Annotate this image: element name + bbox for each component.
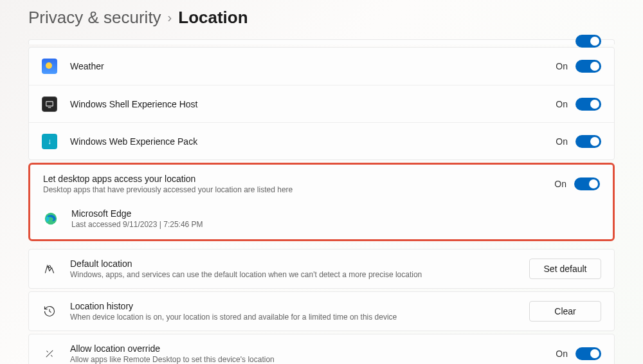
app-name: Weather: [70, 61, 556, 71]
app-row-shell[interactable]: Windows Shell Experience Host On: [29, 85, 614, 122]
set-default-button[interactable]: Set default: [529, 259, 601, 279]
toggle-state: On: [556, 136, 568, 147]
shell-icon: [42, 96, 57, 112]
toggle-state: On: [556, 349, 568, 359]
override-icon: [42, 346, 57, 361]
weather-icon: [42, 59, 57, 74]
breadcrumb-current: Location: [178, 8, 248, 28]
toggle-weather[interactable]: [575, 60, 601, 73]
previous-row-peek: [28, 39, 615, 44]
breadcrumb-parent[interactable]: Privacy & security: [28, 8, 161, 28]
section-title: Let desktop apps access your location: [43, 174, 554, 184]
toggle-state: On: [556, 99, 568, 109]
location-override-row[interactable]: Allow location override Allow apps like …: [29, 334, 614, 364]
app-meta: Last accessed 9/11/2023 | 7:25:46 PM: [71, 220, 600, 229]
toggle-previous[interactable]: [575, 35, 601, 48]
history-icon: [42, 304, 57, 319]
setting-subtitle: Allow apps like Remote Desktop to set th…: [70, 355, 556, 364]
app-name: Windows Shell Experience Host: [70, 99, 556, 109]
location-override-card: Allow location override Allow apps like …: [28, 334, 615, 364]
app-row-weather[interactable]: Weather On: [29, 48, 614, 85]
section-subtitle: Desktop apps that have previously access…: [43, 185, 554, 194]
map-pin-icon: [42, 261, 57, 277]
setting-title: Default location: [70, 259, 529, 269]
desktop-apps-header[interactable]: Let desktop apps access your location De…: [30, 165, 613, 203]
web-experience-icon: [42, 134, 57, 149]
toggle-shell[interactable]: [575, 98, 601, 111]
svg-point-2: [48, 266, 50, 268]
desktop-app-row-edge: Microsoft Edge Last accessed 9/11/2023 |…: [30, 203, 613, 239]
desktop-apps-section: Let desktop apps access your location De…: [28, 163, 615, 241]
toggle-state: On: [554, 179, 566, 189]
setting-title: Allow location override: [70, 343, 556, 354]
setting-subtitle: Windows, apps, and services can use the …: [70, 270, 529, 279]
default-location-row[interactable]: Default location Windows, apps, and serv…: [29, 250, 614, 288]
toggle-override[interactable]: [575, 347, 601, 360]
svg-rect-0: [46, 101, 53, 105]
location-history-card: Location history When device location is…: [28, 291, 615, 331]
setting-title: Location history: [70, 301, 529, 311]
app-row-web[interactable]: Windows Web Experience Pack On: [29, 122, 614, 159]
app-name: Windows Web Experience Pack: [70, 136, 556, 147]
default-location-card: Default location Windows, apps, and serv…: [28, 249, 615, 289]
setting-subtitle: When device location is on, your locatio…: [70, 313, 529, 322]
edge-icon: [43, 211, 59, 226]
toggle-desktop-apps[interactable]: [574, 177, 600, 190]
toggle-state: On: [556, 61, 568, 71]
location-history-row[interactable]: Location history When device location is…: [29, 292, 614, 331]
toggle-web[interactable]: [575, 135, 601, 148]
app-list: Weather On Windows Shell Experience Host…: [28, 47, 615, 160]
chevron-right-icon: ›: [168, 10, 172, 25]
breadcrumb: Privacy & security › Location: [0, 0, 643, 39]
clear-button[interactable]: Clear: [529, 301, 601, 322]
app-name: Microsoft Edge: [71, 208, 600, 219]
